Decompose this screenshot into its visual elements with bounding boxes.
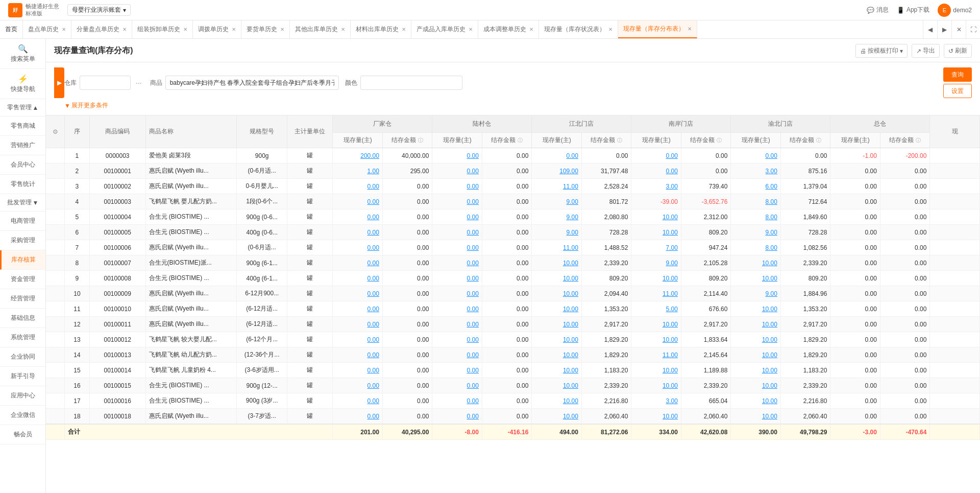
row-total-qty: 0.00 [830, 409, 880, 425]
close-stock-status[interactable]: ✕ [608, 27, 612, 32]
close-stock-check[interactable]: ✕ [62, 27, 66, 32]
sidebar-item-member[interactable]: 会员中心 [0, 155, 45, 175]
row-code: 0000003 [89, 148, 145, 163]
nav-next-btn[interactable]: ▶ [937, 20, 951, 39]
sidebar-item-apps[interactable]: 应用中心 [0, 386, 45, 406]
lucun-info-icon[interactable]: ⓘ [518, 137, 523, 143]
sidebar-item-retail-stats[interactable]: 零售统计 [0, 175, 45, 194]
tab-stock-status[interactable]: 现存量（库存状况表） ✕ [539, 20, 618, 38]
sidebar-item-collab[interactable]: 企业协同 [0, 347, 45, 367]
setting-btn[interactable]: 设置 [943, 84, 972, 98]
nav-expand-btn[interactable]: ⛶ [966, 20, 980, 39]
tab-transfer[interactable]: 调拨单历史 ✕ [193, 20, 241, 38]
main-layout: 🔍 搜索英单 ⚡ 快捷导航 零售管理 ▲ 零售商城 营销推广 会员中心 零售统计… [0, 39, 980, 493]
tab-material-out[interactable]: 材料出库单历史 ✕ [351, 20, 411, 38]
print-btn[interactable]: 🖨 按模板打印 ▾ [855, 44, 908, 58]
close-other-out[interactable]: ✕ [341, 27, 345, 32]
tab-stock-dist[interactable]: 现存量（库存分布表） ✕ [618, 20, 697, 38]
tab-partial-stock[interactable]: 分量盘点单历史 ✕ [71, 20, 132, 38]
gear-icon[interactable]: ⚙ [53, 128, 58, 135]
tab-order[interactable]: 要货单历史 ✕ [241, 20, 290, 38]
sidebar-item-purchase[interactable]: 采购管理 [0, 231, 45, 250]
tab-cost-adjust[interactable]: 成本调整单历史 ✕ [478, 20, 539, 38]
jiangbei-info-icon[interactable]: ⓘ [617, 137, 622, 143]
expand-btn[interactable]: ▼ 展开更多条件 [64, 101, 972, 110]
sidebar-item-search[interactable]: 🔍 搜索英单 [0, 39, 45, 69]
close-material[interactable]: ✕ [402, 27, 406, 32]
row-nanan-amt: 2,339.20 [681, 378, 731, 393]
sidebar-item-marketing[interactable]: 营销推广 [0, 136, 45, 155]
table-container[interactable]: ⚙ 序 商品编码 商品名称 规格型号 主计量单位 厂家仓 陆村仓 江北门店 南岸… [46, 115, 980, 493]
close-stock-dist[interactable]: ✕ [688, 26, 692, 32]
warehouse-dots-btn[interactable]: ··· [134, 79, 144, 87]
row-name: 惠氏启赋 (Wyeth illu... [145, 286, 236, 301]
nav-prev-btn[interactable]: ◀ [923, 20, 937, 39]
sidebar-item-nav[interactable]: ⚡ 快捷导航 [0, 69, 45, 99]
sidebar-item-retail[interactable]: 零售管理 ▲ [0, 99, 45, 116]
row-settings [46, 148, 65, 163]
user-menu[interactable]: E demo2 [938, 4, 972, 17]
close-cost[interactable]: ✕ [529, 27, 533, 32]
collapse-btn[interactable]: ▶ [54, 67, 64, 98]
tab-product-in[interactable]: 产成品入库单历史 ✕ [411, 20, 478, 38]
row-nanan-amt: 2,060.40 [681, 409, 731, 425]
sidebar-item-system[interactable]: 系统管理 [0, 328, 45, 347]
close-transfer[interactable]: ✕ [232, 27, 236, 32]
sidebar-item-wholesale[interactable]: 批发管理 ▼ [0, 194, 45, 212]
row-spec: 400g (6-1... [236, 271, 287, 286]
row-lucun-amt: 0.00 [482, 209, 532, 225]
row-yubei-qty: 6.00 [731, 179, 781, 194]
nav-close-all-btn[interactable]: ✕ [951, 20, 966, 39]
sidebar-item-wechat[interactable]: 企业微信 [0, 406, 45, 425]
row-nanan-qty: 10.00 [631, 363, 681, 378]
changjia-info-icon[interactable]: ⓘ [418, 137, 423, 143]
total-info-icon[interactable]: ⓘ [916, 137, 921, 143]
row-spec: 900g (6-1... [236, 255, 287, 271]
row-settings [46, 378, 65, 393]
sidebar-item-finance[interactable]: 资金管理 [0, 270, 45, 289]
sidebar-item-ecommerce[interactable]: 电商管理 [0, 212, 45, 231]
close-assembly[interactable]: ✕ [183, 27, 187, 32]
row-settings [46, 255, 65, 271]
row-jiangbei-qty: 10.00 [532, 255, 582, 271]
row-lucun-qty: 0.00 [432, 286, 482, 301]
sidebar-item-guide[interactable]: 新手引导 [0, 367, 45, 386]
close-product-in[interactable]: ✕ [469, 27, 473, 32]
row-lucun-qty: 0.00 [432, 148, 482, 163]
nanan-info-icon[interactable]: ⓘ [717, 137, 722, 143]
row-unit: 罐 [287, 332, 333, 347]
row-settings [46, 225, 65, 240]
sidebar-item-vip[interactable]: 畅会员 [0, 425, 45, 444]
row-jiangbei-qty: 10.00 [532, 317, 582, 332]
account-selector[interactable]: 母婴行业演示账套 ▾ [67, 4, 131, 16]
export-btn[interactable]: ↗ 导出 [912, 44, 940, 58]
row-jiangbei-qty: 10.00 [532, 363, 582, 378]
close-partial[interactable]: ✕ [122, 27, 127, 32]
color-input[interactable] [360, 76, 462, 90]
tab-stock-check[interactable]: 盘点单历史 ✕ [23, 20, 71, 38]
tab-other-out[interactable]: 其他出库单历史 ✕ [290, 20, 351, 38]
col-name-header: 商品名称 [145, 115, 236, 148]
sidebar-item-inventory[interactable]: 库存核算 [0, 250, 45, 270]
close-order[interactable]: ✕ [280, 27, 284, 32]
sidebar-item-basic[interactable]: 基础信息 [0, 309, 45, 328]
message-btn[interactable]: 💬 消息 [867, 6, 889, 14]
row-lucun-amt: 0.00 [482, 148, 532, 163]
app-download-btn[interactable]: 📱 App下载 [897, 6, 929, 14]
query-btn[interactable]: 查询 [943, 67, 972, 82]
col-extra-header: 现 [930, 115, 980, 148]
row-unit: 罐 [287, 255, 333, 271]
row-lucun-amt: 0.00 [482, 240, 532, 255]
row-code: 00100010 [89, 301, 145, 317]
tab-home[interactable]: 首页 [0, 20, 23, 38]
yubei-info-icon[interactable]: ⓘ [816, 137, 821, 143]
goods-input[interactable] [165, 76, 339, 90]
row-no: 4 [65, 194, 90, 209]
sidebar-item-management[interactable]: 经营管理 [0, 289, 45, 309]
warehouse-input[interactable] [80, 76, 131, 90]
sidebar-item-mall[interactable]: 零售商城 [0, 116, 45, 136]
row-extra [930, 163, 980, 179]
refresh-btn[interactable]: ↺ 刷新 [944, 44, 972, 58]
tab-assembly[interactable]: 组装拆卸单历史 ✕ [132, 20, 193, 38]
col-lucun-header: 陆村仓 [432, 115, 532, 133]
